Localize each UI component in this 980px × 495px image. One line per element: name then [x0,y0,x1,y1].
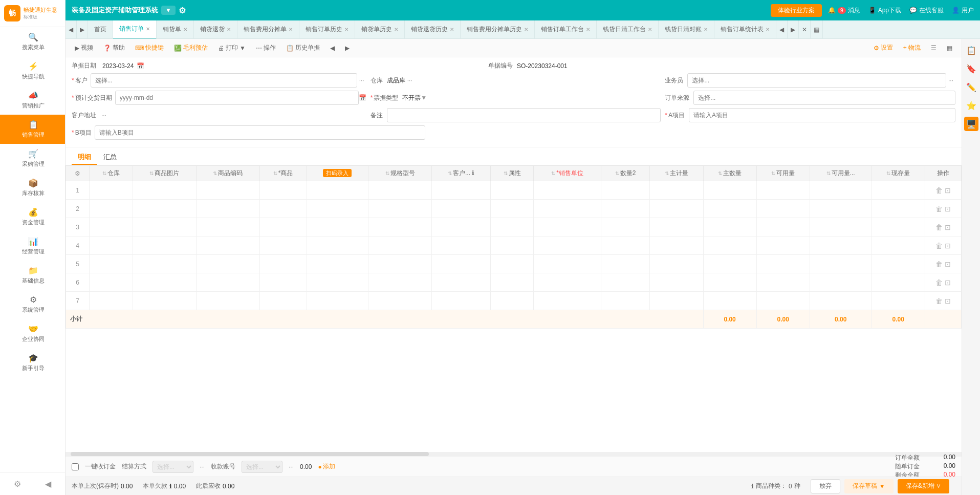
collapse-icon[interactable]: ◀ [43,477,53,491]
sidebar-item-企业协同[interactable]: 🤝企业协同 [0,319,65,348]
date-picker-icon[interactable]: 📅 [137,62,144,70]
copy-icon-5[interactable]: ⊡ [945,260,951,268]
tab-9[interactable]: 销售订单工作台✕ [535,20,597,39]
app-download-item[interactable]: 📱 App下载 [868,6,901,15]
order-source-input[interactable] [693,91,955,105]
right-panel-icon-3[interactable]: ✏️ [964,80,978,94]
tab-layout[interactable]: ▦ [811,20,823,39]
view-btn[interactable]: ▶ 视频 [72,42,96,53]
right-panel-icon-5[interactable]: 🖥️ [964,117,978,131]
discard-btn[interactable]: 放弃 [811,479,840,493]
right-panel-icon-1[interactable]: 📋 [964,43,978,57]
settings-btn[interactable]: ⚙ 设置 [870,42,896,53]
tab-summary[interactable]: 汇总 [97,150,123,165]
tab-12[interactable]: 销售订单统计表✕ [714,20,776,39]
th-settings[interactable]: ⚙ [66,166,90,181]
delete-icon-7[interactable]: 🗑 [935,297,943,305]
sidebar-item-快捷导航[interactable]: ⚡快捷导航 [0,56,65,85]
delete-icon-2[interactable]: 🗑 [935,205,943,213]
delete-icon-4[interactable]: 🗑 [935,242,943,250]
tab-nav-right[interactable]: ▶ [77,20,88,39]
right-panel-icon-4[interactable]: ⭐ [964,98,978,113]
layout-list-btn[interactable]: ☰ [928,44,940,53]
tab-close-all[interactable]: ✕ [799,20,811,39]
user-item[interactable]: 👤 用户 [952,6,974,15]
sidebar-item-库存核算[interactable]: 📦库存核算 [0,173,65,202]
layout-grid-btn[interactable]: ▦ [944,44,955,53]
sidebar-item-营销推广[interactable]: 📣营销推广 [0,85,65,115]
tab-3[interactable]: 销货退货✕ [194,20,237,39]
staff-input[interactable] [687,73,946,88]
tab-detail[interactable]: 明细 [72,150,97,165]
copy-icon-1[interactable]: ⊡ [945,186,951,195]
customer-input[interactable] [91,73,357,88]
system-dropdown[interactable]: ▼ [161,6,176,15]
invoice-dropdown[interactable]: ▼ [421,94,427,101]
right-panel-icon-2[interactable]: 🔖 [964,61,978,76]
copy-icon-7[interactable]: ⊡ [945,297,951,305]
sidebar-item-销售管理[interactable]: 📋销售管理 [0,115,65,144]
help-btn[interactable]: ❓ 帮助 [100,42,128,53]
horizontal-scrollbar[interactable] [66,452,962,456]
bell-item[interactable]: 🔔9 消息 [828,6,860,15]
address-dots[interactable]: ··· [99,112,108,119]
history-btn[interactable]: 📋 历史单据 [283,42,323,53]
operations-btn[interactable]: ⋯ 操作 [253,42,279,53]
staff-dots[interactable]: ··· [946,77,955,84]
payment-method-select[interactable]: 选择... [153,461,193,473]
customer-dots[interactable]: ··· [357,77,366,84]
delete-icon-3[interactable]: 🗑 [935,223,943,231]
sidebar-item-资金管理[interactable]: 💰资金管理 [0,202,65,231]
sidebar-item-经营管理[interactable]: 📊经营管理 [0,231,65,261]
add-btn[interactable]: ● 添加 [318,462,335,471]
industry-btn[interactable]: 体验行业方案 [771,4,822,17]
b-project-input[interactable] [95,125,425,140]
delivery-date-input[interactable] [115,91,359,105]
shortcuts-btn[interactable]: ⌨ 快捷键 [132,42,167,53]
sidebar-item-采购管理[interactable]: 🛒采购管理 [0,144,65,173]
delete-icon-1[interactable]: 🗑 [935,186,943,195]
tab-4[interactable]: 销售费用分摊单✕ [237,20,299,39]
account-dots[interactable]: ··· [289,463,294,470]
settings-bottom-icon[interactable]: ⚙ [12,477,23,491]
a-project-input[interactable] [689,108,955,122]
sidebar-item-新手引导[interactable]: 🎓新手引导 [0,348,65,377]
sidebar-item-系统管理[interactable]: ⚙系统管理 [0,290,65,319]
account-select[interactable]: 选择... [242,461,282,473]
tab-7[interactable]: 销货退货历史✕ [405,20,461,39]
tab-11[interactable]: 钱货日清对账✕ [659,20,714,39]
add-material-btn[interactable]: + 物流 [900,42,924,53]
topbar-gear-icon[interactable]: ⚙ [179,6,186,15]
tab-scroll-left[interactable]: ◀ [776,20,788,39]
tab-1[interactable]: 销售订单✕ [113,20,157,39]
tab-nav-left[interactable]: ◀ [66,20,77,39]
sidebar-item-基础信息[interactable]: 📁基础信息 [0,261,65,290]
tab-scroll-right[interactable]: ▶ [788,20,799,39]
delete-icon-5[interactable]: 🗑 [935,260,943,268]
tab-10[interactable]: 钱货日清工作台✕ [597,20,659,39]
prev-btn[interactable]: ◀ [327,44,338,53]
save-new-btn[interactable]: 保存&新增 ∨ [898,479,949,493]
logo-area: 畅 畅捷通好生意 标准版 [0,0,65,27]
copy-icon-2[interactable]: ⊡ [945,205,951,213]
copy-icon-4[interactable]: ⊡ [945,242,951,250]
sidebar-item-搜索菜单[interactable]: 🔍搜索菜单 [0,27,65,56]
payment-dots[interactable]: ··· [200,463,205,470]
copy-icon-3[interactable]: ⊡ [945,223,951,231]
tab-2[interactable]: 销货单✕ [157,20,194,39]
warehouse-dots[interactable]: ··· [405,77,415,84]
delivery-date-icon[interactable]: 📅 [359,94,366,101]
tab-6[interactable]: 销货单历史✕ [355,20,405,39]
one-click-checkout-checkbox[interactable] [72,463,79,470]
tab-0[interactable]: 首页 [88,20,113,39]
print-btn[interactable]: 🖨 打印 ▼ [215,42,249,53]
profit-btn[interactable]: 💹 毛利预估 [171,42,211,53]
tab-8[interactable]: 销售费用分摊单历史✕ [461,20,535,39]
delete-icon-6[interactable]: 🗑 [935,278,943,287]
copy-icon-6[interactable]: ⊡ [945,278,951,287]
remark-input[interactable] [387,108,661,122]
online-service-item[interactable]: 💬 在线客服 [909,6,944,15]
tab-5[interactable]: 销售订单历史✕ [299,20,355,39]
next-btn[interactable]: ▶ [342,44,353,53]
save-draft-btn[interactable]: 保存草稿 ▼ [844,479,894,493]
